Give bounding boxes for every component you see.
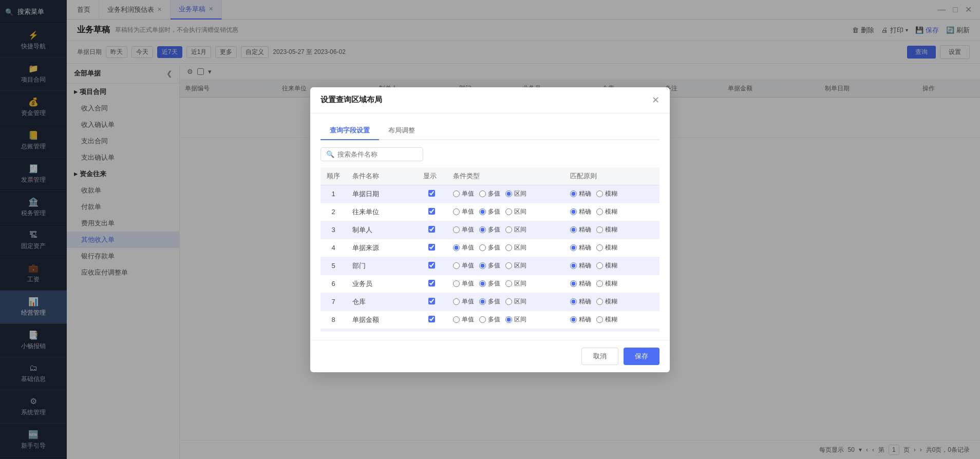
show-checkbox[interactable] [428,190,435,197]
match-radio-label-0[interactable]: 精确 [570,243,591,252]
match-radio-label-1[interactable]: 模糊 [596,207,617,216]
modal-tab-field-settings[interactable]: 查询字段设置 [321,122,379,140]
match-radio-label-0[interactable]: 精确 [570,315,591,324]
type-radio-label-1[interactable]: 多值 [479,207,500,216]
type-radio-2[interactable] [505,226,512,233]
cell-type: 单值多值区间 [447,239,564,257]
type-radio-1[interactable] [479,262,486,269]
match-radio-1[interactable] [596,244,603,251]
modal-save-button[interactable]: 保存 [624,348,659,365]
type-radio-label-2[interactable]: 区间 [505,297,526,306]
match-radio-1[interactable] [596,190,603,197]
type-radio-label-1[interactable]: 多值 [479,225,500,234]
match-radio-label-0[interactable]: 精确 [570,261,591,270]
type-radio-label-0[interactable]: 单值 [453,225,474,234]
match-radio-label-1[interactable]: 模糊 [596,315,617,324]
modal-tab-layout-adjust[interactable]: 布局调整 [379,122,424,140]
match-radio-0[interactable] [570,190,577,197]
modal-overlay[interactable]: 设置查询区域布局 ✕ 查询字段设置 布局调整 🔍 [0,0,980,459]
type-radio-label-0[interactable]: 单值 [453,297,474,306]
type-radio-2[interactable] [505,316,512,323]
type-radio-label-2[interactable]: 区间 [505,279,526,288]
match-radio-0[interactable] [570,280,577,287]
match-radio-1[interactable] [596,262,603,269]
type-radio-label-2[interactable]: 区间 [505,189,526,198]
settings-scroll: 顺序 条件名称 显示 条件类型 匹配原则 1单据日期单值多值区间精确模糊2往来单… [321,167,659,332]
match-radio-0[interactable] [570,298,577,305]
cancel-button[interactable]: 取消 [581,348,618,365]
type-radio-label-2[interactable]: 区间 [505,243,526,252]
match-radio-label-1[interactable]: 模糊 [596,225,617,234]
match-radio-label-0[interactable]: 精确 [570,225,591,234]
type-radio-0[interactable] [453,226,460,233]
match-radio-1[interactable] [596,298,603,305]
type-radio-0[interactable] [453,190,460,197]
show-checkbox[interactable] [428,244,435,251]
type-radio-2[interactable] [505,208,512,215]
match-radio-label-1[interactable]: 模糊 [596,261,617,270]
match-radio-label-1[interactable]: 模糊 [596,189,617,198]
type-radio-2[interactable] [505,190,512,197]
match-radio-label-0[interactable]: 精确 [570,189,591,198]
type-radio-1[interactable] [479,190,486,197]
type-radio-1[interactable] [479,226,486,233]
match-radio-1[interactable] [596,280,603,287]
modal-title: 设置查询区域布局 [321,95,382,105]
show-checkbox[interactable] [428,280,435,286]
type-radio-2[interactable] [505,244,512,251]
type-radio-label-2[interactable]: 区间 [505,207,526,216]
type-radio-label-1[interactable]: 多值 [479,261,500,270]
type-radio-label-1[interactable]: 多值 [479,243,500,252]
type-radio-label-1[interactable]: 多值 [479,279,500,288]
type-radio-1[interactable] [479,244,486,251]
modal-close-btn[interactable]: ✕ [652,94,659,106]
type-radio-label-0[interactable]: 单值 [453,243,474,252]
match-radio-label-1[interactable]: 模糊 [596,279,617,288]
type-radio-0[interactable] [453,262,460,269]
type-radio-label-1[interactable]: 多值 [479,297,500,306]
show-checkbox[interactable] [428,262,435,269]
modal-search-input[interactable] [337,150,414,158]
type-radio-1[interactable] [479,208,486,215]
type-radio-1[interactable] [479,316,486,323]
match-radio-label-0[interactable]: 精确 [570,297,591,306]
type-radio-2[interactable] [505,262,512,269]
type-radio-0[interactable] [453,298,460,305]
type-radio-label-0[interactable]: 单值 [453,261,474,270]
type-radio-0[interactable] [453,316,460,323]
match-radio-label-0[interactable]: 精确 [570,279,591,288]
match-radio-0[interactable] [570,316,577,323]
type-radio-label-1[interactable]: 多值 [479,189,500,198]
th-type: 条件类型 [447,167,564,185]
match-radio-label-0[interactable]: 精确 [570,207,591,216]
type-radio-label-0[interactable]: 单值 [453,189,474,198]
match-radio-0[interactable] [570,226,577,233]
type-radio-0[interactable] [453,280,460,287]
match-radio-1[interactable] [596,316,603,323]
match-radio-1[interactable] [596,208,603,215]
type-radio-0[interactable] [453,208,460,215]
match-radio-1[interactable] [596,226,603,233]
show-checkbox[interactable] [428,316,435,322]
match-radio-0[interactable] [570,262,577,269]
type-radio-0[interactable] [453,244,460,251]
type-radio-1[interactable] [479,298,486,305]
match-radio-label-1[interactable]: 模糊 [596,243,617,252]
show-checkbox[interactable] [428,226,435,233]
match-radio-label-1[interactable]: 模糊 [596,297,617,306]
type-radio-label-2[interactable]: 区间 [505,315,526,324]
type-radio-label-2[interactable]: 区间 [505,261,526,270]
type-radio-label-1[interactable]: 多值 [479,315,500,324]
show-checkbox[interactable] [428,298,435,304]
type-radio-1[interactable] [479,280,486,287]
type-radio-label-0[interactable]: 单值 [453,315,474,324]
match-radio-0[interactable] [570,244,577,251]
type-radio-2[interactable] [505,280,512,287]
type-radio-label-0[interactable]: 单值 [453,279,474,288]
type-radio-2[interactable] [505,298,512,305]
match-radio-0[interactable] [570,208,577,215]
show-checkbox[interactable] [428,208,435,215]
type-radio-label-2[interactable]: 区间 [505,225,526,234]
type-radio-label-0[interactable]: 单值 [453,207,474,216]
th-match: 匹配原则 [564,167,659,185]
